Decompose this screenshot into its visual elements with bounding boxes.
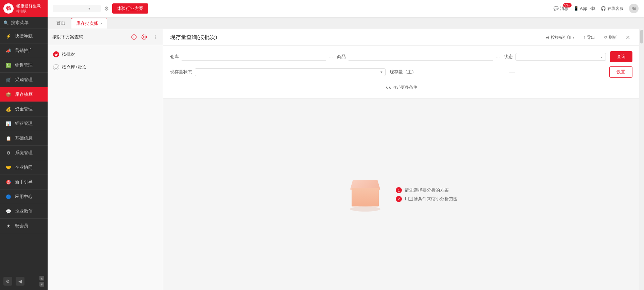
status-filter: 状态 ∨ <box>504 53 606 61</box>
print-dropdown-icon[interactable]: ▾ <box>573 35 575 40</box>
newbie-icon: 🎯 <box>5 179 12 185</box>
sidebar-nav: ⚡ 快捷导航 📣 营销推广 💹 销售管理 🛒 采购管理 📦 库存核算 💰 资金管… <box>0 29 48 272</box>
status-select[interactable]: ∨ <box>515 53 606 61</box>
warehouse-dots[interactable]: ··· <box>329 54 333 59</box>
operations-icon: 📊 <box>5 121 12 127</box>
sidebar-item-marketing[interactable]: 📣 营销推广 <box>0 43 48 58</box>
export-button[interactable]: ↑ 导出 <box>581 33 598 42</box>
scroll-down-button[interactable]: ▼ <box>39 282 44 287</box>
tip-1-text: 请先选择要分析的方案 <box>405 187 449 193</box>
sidebar-item-system[interactable]: ⚙ 系统管理 <box>0 146 48 160</box>
topbar-dropdown-icon[interactable]: ▾ <box>88 6 90 11</box>
tip-2-text: 用过滤条件来缩小分析范围 <box>405 196 458 202</box>
app-version: 标准版 <box>16 9 41 14</box>
box-body <box>352 188 379 206</box>
app-download-label: App下载 <box>580 6 595 12</box>
member-icon: ★ <box>5 223 12 229</box>
warehouse-filter: 仓库 ··· <box>170 53 333 61</box>
sidebar-item-sales[interactable]: 💹 销售管理 <box>0 58 48 73</box>
tip-2-number: 2 <box>396 196 402 202</box>
topbar-gear-icon[interactable]: ⚙ <box>104 5 109 12</box>
sidebar-item-finance[interactable]: 💰 资金管理 <box>0 102 48 116</box>
sidebar-header: 畅 畅康通好生意 标准版 <box>0 0 48 17</box>
inventory-status-select[interactable]: ▾ <box>195 68 386 76</box>
export-label: 导出 <box>587 35 595 40</box>
topbar-search-box[interactable]: ▾ <box>53 5 101 12</box>
plan-item-by-warehouse-batch[interactable]: 按仓库+批次 <box>48 61 163 74</box>
warehouse-input[interactable] <box>182 53 326 61</box>
settings-button[interactable]: ⚙ <box>3 277 12 286</box>
plan-name-by-warehouse-batch: 按仓库+批次 <box>62 64 87 70</box>
page-title: 现存量查询(按批次) <box>170 34 217 41</box>
enterprise-wechat-icon: 💬 <box>5 208 12 214</box>
messages-button[interactable]: 💬 消息 99+ <box>554 6 568 12</box>
sidebar-item-label: 新手引导 <box>15 179 33 185</box>
sidebar-item-inventory[interactable]: 📦 库存核算 <box>0 87 48 102</box>
sidebar-item-enterprise-wechat[interactable]: 💬 企业微信 <box>0 204 48 219</box>
tab-close-icon[interactable]: × <box>100 21 102 25</box>
collapse-sidebar-button[interactable]: ◀ <box>16 277 24 286</box>
close-page-button[interactable]: ✕ <box>623 33 632 42</box>
product-input[interactable] <box>349 53 493 61</box>
plan-item-by-batch[interactable]: 按批次 <box>48 48 163 61</box>
sidebar-search[interactable]: 🔍 搜索菜单 <box>0 17 48 29</box>
tip-1-number: 1 <box>396 187 402 193</box>
scrollbar-thumb[interactable] <box>640 30 643 43</box>
plan-settings-button[interactable] <box>140 33 148 41</box>
inventory-status-arrow: ▾ <box>380 70 383 74</box>
sidebar-item-label: 销售管理 <box>15 62 33 68</box>
sidebar-item-newbie[interactable]: 🎯 新手引导 <box>0 175 48 189</box>
query-button[interactable]: 查询 <box>610 51 632 62</box>
print-button[interactable]: 🖨 按模板打印 ▾ <box>543 33 577 42</box>
search-icon: 🔍 <box>3 20 9 25</box>
refresh-icon: ↻ <box>604 35 607 40</box>
inventory-status-filter: 现存量状态 ▾ <box>170 68 386 76</box>
inventory-qty-to[interactable] <box>518 68 605 76</box>
tab-inventory-batch-label: 库存批次账 <box>76 20 98 26</box>
sidebar-item-enterprise[interactable]: 🤝 企业协同 <box>0 160 48 175</box>
app-download-button[interactable]: 📱 App下载 <box>574 6 595 12</box>
experience-button[interactable]: 体验行业方案 <box>112 3 148 14</box>
svg-point-4 <box>142 35 147 39</box>
sidebar-item-label: 企业协同 <box>15 164 33 170</box>
topbar-search-input[interactable] <box>56 6 86 11</box>
inventory-qty-from[interactable] <box>419 68 507 76</box>
filter-row-1: 仓库 ··· 商品 ··· 状态 ∨ <box>170 51 632 62</box>
scroll-up-button[interactable]: ▲ <box>39 276 44 280</box>
tab-home[interactable]: 首页 <box>52 18 70 28</box>
app-info: 畅康通好生意 标准版 <box>16 3 41 14</box>
refresh-button[interactable]: ↻ 刷新 <box>601 33 620 42</box>
sidebar-item-quick-nav[interactable]: ⚡ 快捷导航 <box>0 29 48 43</box>
plan-list: 按批次 按仓库+批次 <box>48 45 163 76</box>
collapse-left-panel-button[interactable]: 《 <box>151 33 158 41</box>
sidebar-item-label: 企业微信 <box>15 208 33 214</box>
filter-area: 仓库 ··· 商品 ··· 状态 ∨ <box>163 46 639 99</box>
print-label: 按模板打印 <box>551 35 571 40</box>
sidebar-item-member[interactable]: ★ 畅会员 <box>0 219 48 233</box>
app-center-icon: 🔵 <box>5 194 12 200</box>
product-dots[interactable]: ··· <box>496 54 500 59</box>
sidebar-item-label: 基础信息 <box>15 135 33 141</box>
header-actions: 🖨 按模板打印 ▾ ↑ 导出 ↻ 刷新 ✕ <box>543 33 632 42</box>
online-service-button[interactable]: 🎧 在线客服 <box>601 6 624 12</box>
collapse-more-button[interactable]: ∧∧ 收起更多条件 <box>170 82 632 93</box>
sidebar-item-operations[interactable]: 📊 经营管理 <box>0 116 48 131</box>
search-label: 搜索菜单 <box>11 20 29 26</box>
tab-inventory-batch[interactable]: 库存批次账 × <box>71 18 107 29</box>
empty-tip-1: 1 请先选择要分析的方案 <box>396 187 458 193</box>
user-menu-button[interactable]: Rit <box>629 4 639 13</box>
sidebar-item-purchase[interactable]: 🛒 采购管理 <box>0 73 48 87</box>
sidebar-item-label: 快捷导航 <box>15 33 33 39</box>
add-plan-button[interactable] <box>130 33 138 41</box>
sidebar-item-basic-info[interactable]: 📋 基础信息 <box>0 131 48 146</box>
print-icon: 🖨 <box>545 35 549 40</box>
svg-point-7 <box>55 66 57 69</box>
sidebar-item-app-center[interactable]: 🔵 应用中心 <box>0 189 48 204</box>
box-illustration <box>348 179 382 210</box>
collapse-up-icon: ∧∧ <box>385 85 391 90</box>
page-container: 按以下方案查询 《 <box>48 29 644 290</box>
left-panel-header: 按以下方案查询 《 <box>48 29 163 45</box>
content-header: 现存量查询(按批次) 🖨 按模板打印 ▾ ↑ 导出 ↻ 刷新 <box>163 29 639 46</box>
sidebar-item-label: 采购管理 <box>15 77 33 83</box>
settings-button[interactable]: 设置 <box>609 66 632 78</box>
